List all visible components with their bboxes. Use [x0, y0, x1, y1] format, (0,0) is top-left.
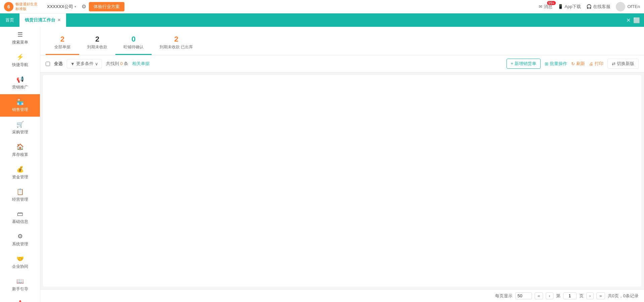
batch-operation-button[interactable]: ⊞ 批量操作 [545, 61, 567, 67]
first-page-button[interactable]: « [535, 292, 543, 299]
sidebar-item-enterprise-label: 企业协同 [12, 264, 28, 269]
sidebar-item-quick-nav[interactable]: ⚡ 快捷导航 [0, 49, 40, 72]
status-tabs-row: 2 全部单据 2 到期未收款 0 旺铺待确认 2 到期未收款 已出库 [46, 32, 639, 55]
sidebar-item-quick-nav-label: 快捷导航 [12, 62, 28, 68]
tab-overdue-count: 2 [95, 35, 99, 44]
logo-line1: 畅捷通好生意 [15, 2, 38, 6]
tab-pending[interactable]: 0 旺铺待确认 [115, 32, 152, 55]
maximize-tab-icon[interactable]: ⬜ [633, 17, 640, 23]
sidebar-item-enterprise[interactable]: 🤝 企业协同 [0, 251, 40, 274]
page-size-select[interactable]: 20 50 100 [515, 292, 532, 299]
message-button[interactable]: ✉ 消息 99+ [539, 4, 552, 10]
pagination-bar: 每页显示 20 50 100 « ‹ 第 页 › » 共0页，0条记录 [40, 289, 644, 302]
logo-icon: 6 [4, 2, 13, 11]
logo-area: 6 畅捷通好生意 标准版 [4, 2, 44, 11]
app-download-icon: 📱 [558, 4, 563, 9]
last-page-button[interactable]: » [596, 292, 605, 299]
sidebar-item-marketing[interactable]: 📢 营销推广 [0, 72, 40, 94]
filter-icon: ▼ [70, 61, 75, 66]
sidebar: ☰ 搜索菜单 ⚡ 快捷导航 📢 营销推广 🏪 销售管理 🛒 采购管理 🏠 库存核… [0, 27, 40, 302]
tab-overdue-shipped-count: 2 [174, 35, 178, 44]
avatar-area[interactable]: OfTEn [616, 2, 640, 11]
message-badge: 99+ [547, 1, 556, 5]
current-page-input[interactable] [563, 292, 577, 299]
batch-icon: ⊞ [545, 61, 548, 66]
tab-all-count: 2 [60, 35, 64, 44]
total-info: 共0页，0条记录 [608, 293, 639, 299]
sidebar-item-basic-info[interactable]: 🗃 基础信息 [0, 206, 40, 229]
nav-tabs-bar: 首页 钱货日清工作台 ✕ ✕ ⬜ [0, 13, 644, 27]
refresh-icon: ↻ [571, 61, 575, 66]
sidebar-item-marketing-label: 营销推广 [12, 84, 28, 90]
app-download-label: App下载 [565, 4, 581, 10]
online-service-button[interactable]: 🎧 在线客服 [586, 4, 610, 10]
toolbar-left: 全选 ▼ 更多条件 ∨ 共找到 0 条 相关单据 [46, 59, 502, 68]
tab-overdue[interactable]: 2 到期未收款 [79, 32, 115, 55]
toolbar-right: + 新增销货单 ⊞ 批量操作 ↻ 刷新 🖨 打印 ⇄ 切换新版 [506, 59, 639, 69]
marketing-icon: 📢 [16, 76, 24, 83]
tab-overdue-shipped-label: 到期未收款 已出库 [160, 44, 193, 50]
related-orders-link[interactable]: 相关单据 [132, 61, 150, 67]
chevron-down-icon: ▾ [74, 5, 76, 8]
page-size-label: 每页显示 [495, 293, 513, 299]
sidebar-item-guide[interactable]: 📖 新手引导 [0, 274, 40, 296]
sidebar-item-system[interactable]: ⚙ 系统管理 [0, 229, 40, 251]
trial-button[interactable]: 体验行业方案 [89, 2, 124, 11]
sidebar-item-operations[interactable]: 📋 经营管理 [0, 184, 40, 206]
minimize-tab-icon[interactable]: ✕ [626, 17, 631, 23]
guide-icon: 📖 [16, 278, 24, 285]
filter-label: 更多条件 [76, 61, 94, 67]
refresh-button[interactable]: ↻ 刷新 [571, 61, 585, 67]
found-unit: 条 [124, 61, 128, 66]
filter-button[interactable]: ▼ 更多条件 ∨ [67, 59, 102, 68]
switch-version-button[interactable]: ⇄ 切换新版 [607, 59, 639, 69]
tab-home-label: 首页 [5, 17, 14, 23]
add-order-button[interactable]: + 新增销货单 [506, 59, 541, 69]
tab-pending-label: 旺铺待确认 [123, 44, 144, 50]
tab-cashflow[interactable]: 钱货日清工作台 ✕ [19, 13, 66, 27]
quick-nav-icon: ⚡ [16, 53, 24, 61]
select-all-checkbox[interactable] [46, 62, 50, 66]
found-count-text: 共找到 0 条 [106, 61, 128, 67]
app-download-button[interactable]: 📱 App下载 [558, 4, 581, 10]
search-menu-icon: ☰ [17, 31, 23, 38]
tab-all[interactable]: 2 全部单据 [46, 32, 79, 55]
sidebar-item-inventory-label: 库存核算 [12, 152, 28, 158]
system-icon: ⚙ [17, 233, 23, 240]
inventory-icon: 🏠 [16, 143, 24, 150]
print-button[interactable]: 🖨 打印 [589, 61, 603, 67]
sidebar-item-sales-label: 销售管理 [12, 107, 28, 113]
username-label: OfTEn [627, 4, 640, 9]
tab-home[interactable]: 首页 [0, 13, 19, 27]
sidebar-item-purchase-label: 采购管理 [12, 129, 28, 135]
headset-icon: 🎧 [586, 4, 592, 9]
sidebar-item-inventory[interactable]: 🏠 库存核算 [0, 139, 40, 162]
settings-icon[interactable]: ⚙ [82, 3, 86, 10]
main-layout: ☰ 搜索菜单 ⚡ 快捷导航 📢 营销推广 🏪 销售管理 🛒 采购管理 🏠 库存核… [0, 27, 644, 302]
tab-cashflow-label: 钱货日清工作台 [25, 17, 55, 23]
sidebar-item-app-center[interactable]: 📥 应用中心 [0, 296, 40, 302]
sidebar-item-finance[interactable]: 💰 资金管理 [0, 162, 40, 184]
sidebar-item-sales[interactable]: 🏪 销售管理 [0, 94, 40, 117]
content-area: 2 全部单据 2 到期未收款 0 旺铺待确认 2 到期未收款 已出库 [40, 27, 644, 302]
sidebar-item-search[interactable]: ☰ 搜索菜单 [0, 27, 40, 49]
enterprise-icon: 🤝 [16, 255, 24, 262]
found-prefix: 共找到 [106, 61, 119, 66]
sidebar-item-basic-info-label: 基础信息 [12, 219, 28, 225]
company-name: XXXXXX公司 [47, 4, 73, 10]
refresh-label: 刷新 [576, 61, 585, 67]
operations-icon: 📋 [16, 188, 24, 195]
print-icon: 🖨 [589, 61, 593, 66]
tab-overdue-shipped[interactable]: 2 到期未收款 已出库 [152, 32, 201, 55]
logo-line2: 标准版 [15, 7, 38, 11]
next-page-button[interactable]: › [586, 292, 594, 299]
message-icon: ✉ [539, 4, 542, 9]
sidebar-item-purchase[interactable]: 🛒 采购管理 [0, 117, 40, 139]
status-tabs: 2 全部单据 2 到期未收款 0 旺铺待确认 2 到期未收款 已出库 [40, 27, 644, 55]
company-selector[interactable]: XXXXXX公司 ▾ [47, 4, 76, 10]
close-tab-icon[interactable]: ✕ [57, 18, 61, 22]
tab-actions: ✕ ⬜ [626, 17, 644, 23]
prev-page-button[interactable]: ‹ [546, 292, 553, 299]
app-center-icon: 📥 [16, 300, 24, 302]
sidebar-item-system-label: 系统管理 [12, 241, 28, 247]
